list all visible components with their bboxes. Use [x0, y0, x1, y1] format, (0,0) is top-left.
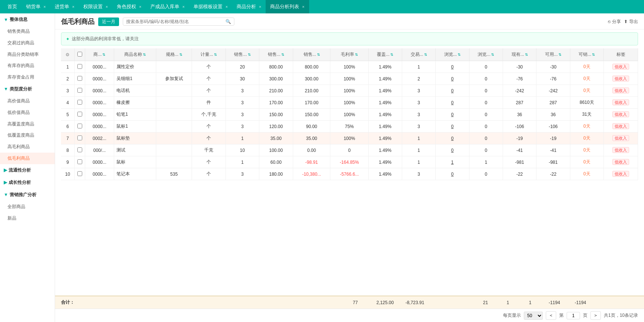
col-available[interactable]: 可用...⇅ — [536, 48, 570, 61]
col-spec[interactable]: 规格...⇅ — [156, 48, 192, 61]
row-select-checkbox[interactable] — [77, 100, 82, 105]
export-button[interactable]: ⬆ 导出 — [624, 19, 638, 25]
sidebar-item-high-margin[interactable]: 高毛利商品 — [0, 141, 55, 153]
share-button[interactable]: ⎋ 分享 — [608, 19, 621, 25]
nav-permissions-close[interactable]: × — [106, 4, 108, 9]
table-container[interactable]: ⚙ 商...⇅ 商品名称⇅ 规格...⇅ 计量...⇅ 销售...⇅ 销售...… — [55, 48, 644, 296]
row-select-checkbox[interactable] — [77, 124, 82, 128]
sidebar-item-new-goods[interactable]: 新品 — [0, 213, 55, 224]
row-browse1[interactable]: 0 — [436, 168, 469, 180]
row-trade: 3 — [402, 168, 435, 180]
row-browse1[interactable]: 0 — [436, 85, 469, 97]
row-browse1[interactable]: 0 — [436, 133, 469, 144]
col-gross-rate[interactable]: 毛利率⇅ — [330, 48, 368, 61]
row-browse1[interactable]: 0 — [436, 97, 469, 109]
row-checkbox[interactable] — [74, 61, 85, 73]
sidebar-section-overall[interactable]: ▼ 整体信息 — [0, 13, 55, 26]
per-page-select[interactable]: 50 100 — [524, 312, 543, 320]
row-select-checkbox[interactable] — [77, 64, 82, 69]
row-checkbox[interactable] — [74, 97, 85, 109]
nav-product-entry-close[interactable]: × — [182, 4, 185, 9]
col-name[interactable]: 商品名称⇅ — [114, 48, 156, 61]
time-filter-button[interactable]: 近一月 — [98, 17, 119, 26]
sidebar-item-low-value[interactable]: 低价值商品 — [0, 107, 55, 118]
nav-purchase-close[interactable]: × — [72, 4, 74, 9]
row-checkbox[interactable] — [74, 109, 85, 121]
nav-home[interactable]: 首页 — [3, 0, 22, 13]
row-browse1[interactable]: 0 — [436, 109, 469, 121]
sidebar-item-in-stock[interactable]: 有库存的商品 — [0, 60, 55, 71]
row-browse1[interactable]: 0 — [436, 121, 469, 133]
nav-permissions[interactable]: 权限设置 × — [79, 0, 112, 13]
row-checkbox[interactable] — [74, 156, 85, 168]
sidebar-item-all-goods[interactable]: 全部商品 — [0, 201, 55, 213]
row-select-checkbox[interactable] — [77, 171, 82, 176]
col-checkbox[interactable] — [74, 48, 85, 61]
nav-template[interactable]: 单据模板设置 × — [189, 0, 232, 13]
select-all-checkbox[interactable] — [77, 52, 82, 57]
col-code[interactable]: 商...⇅ — [85, 48, 114, 61]
sidebar-item-low-coverage[interactable]: 低覆盖度商品 — [0, 130, 55, 141]
nav-roles-close[interactable]: × — [139, 4, 141, 9]
settings-icon[interactable]: ⚙ — [65, 52, 70, 57]
nav-template-close[interactable]: × — [225, 4, 228, 9]
nav-sales[interactable]: 销货单 × — [22, 0, 50, 13]
tag-badge: 低收入 — [612, 99, 629, 105]
nav-analysis-list[interactable]: 商品分析列表 × — [266, 0, 309, 13]
row-select-checkbox[interactable] — [77, 76, 82, 81]
col-sales-profit[interactable]: 销售...⇅ — [293, 48, 330, 61]
row-select-checkbox[interactable] — [77, 88, 82, 93]
col-settings[interactable]: ⚙ — [61, 48, 74, 61]
row-checkbox[interactable] — [74, 121, 85, 133]
sidebar-section-marketing[interactable]: ▼ 营销推广分析 — [0, 189, 55, 201]
row-checkbox[interactable] — [74, 133, 85, 144]
sidebar-item-high-value[interactable]: 高价值商品 — [0, 95, 55, 107]
row-browse1[interactable]: 0 — [436, 144, 469, 156]
col-sellable[interactable]: 可销...⇅ — [570, 48, 603, 61]
row-select-checkbox[interactable] — [77, 136, 82, 140]
col-sales-qty[interactable]: 销售...⇅ — [225, 48, 259, 61]
prev-page-button[interactable]: ＜ — [546, 311, 556, 320]
row-checkbox[interactable] — [74, 168, 85, 180]
nav-analysis-close[interactable]: × — [259, 4, 261, 9]
sidebar-item-category-rate[interactable]: 商品分类助销率 — [0, 49, 55, 60]
row-browse1[interactable]: 0 — [436, 73, 469, 85]
nav-analysis-list-close[interactable]: × — [302, 4, 304, 9]
row-tag: 低收入 — [604, 109, 638, 121]
nav-purchase[interactable]: 进货单 × — [50, 0, 79, 13]
row-select-checkbox[interactable] — [77, 112, 82, 117]
row-browse2: 0 — [469, 133, 503, 144]
col-browse1[interactable]: 浏览...⇅ — [436, 48, 469, 61]
sidebar-section-growth[interactable]: ▶ 成长性分析 — [0, 176, 55, 189]
row-browse1[interactable]: 0 — [436, 61, 469, 73]
sidebar-section-liquidity[interactable]: ▶ 流通性分析 — [0, 164, 55, 176]
nav-product-entry[interactable]: 产成品入库单 × — [146, 0, 189, 13]
row-checkbox[interactable] — [74, 144, 85, 156]
sidebar-item-stock-capital[interactable]: 库存资金占用 — [0, 71, 55, 83]
sidebar-item-sales-goods[interactable]: 销售类商品 — [0, 26, 55, 37]
next-page-button[interactable]: ＞ — [590, 311, 601, 320]
search-input[interactable] — [126, 19, 224, 24]
row-checkbox[interactable] — [74, 73, 85, 85]
sidebar-item-traded-goods[interactable]: 交易过的商品 — [0, 37, 55, 49]
col-current-stock[interactable]: 现有...⇅ — [503, 48, 536, 61]
col-browse2[interactable]: 浏览...⇅ — [469, 48, 503, 61]
row-browse1[interactable]: 1 — [436, 156, 469, 168]
sidebar-section-type-analysis[interactable]: ▼ 类型度分析 — [0, 83, 55, 95]
sidebar-item-high-coverage[interactable]: 高覆盖度商品 — [0, 118, 55, 130]
nav-roles[interactable]: 角色授权 × — [112, 0, 146, 13]
page-number-input[interactable] — [567, 312, 580, 319]
col-coverage[interactable]: 覆盖...⇅ — [368, 48, 402, 61]
nav-sales-close[interactable]: × — [44, 4, 46, 9]
row-select-checkbox[interactable] — [77, 159, 82, 164]
row-checkbox[interactable] — [74, 85, 85, 97]
col-trade[interactable]: 交易...⇅ — [402, 48, 435, 61]
sidebar-item-low-margin[interactable]: 低毛利商品 — [0, 153, 55, 164]
row-tag: 低收入 — [604, 156, 638, 168]
sort-icon-coverage: ⇅ — [390, 52, 393, 57]
col-unit[interactable]: 计量...⇅ — [192, 48, 225, 61]
row-select-checkbox[interactable] — [77, 147, 82, 152]
col-sales-price[interactable]: 销售...⇅ — [259, 48, 293, 61]
row-sales-profit: 300.00 — [293, 73, 330, 85]
nav-analysis[interactable]: 商品分析 × — [232, 0, 266, 13]
